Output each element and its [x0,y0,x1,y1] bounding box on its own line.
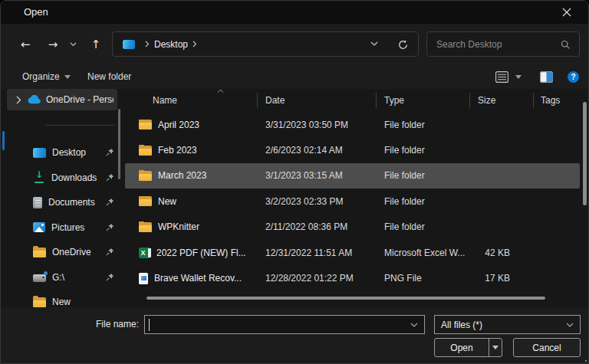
sidebar-item[interactable]: New [1,290,123,307]
vertical-scrollbar[interactable] [583,102,587,205]
organize-button[interactable]: Organize [22,66,71,87]
sidebar-item[interactable]: Desktop [1,140,123,166]
open-split-button: Open [434,338,502,357]
pin-icon[interactable] [105,248,114,257]
column-separator[interactable] [376,93,377,108]
file-row[interactable]: Feb 2023 2/6/2023 02:14 AM File folder [125,137,580,162]
preview-pane-button[interactable] [540,66,553,87]
file-name-input[interactable] [149,316,402,333]
sidebar-item[interactable]: OneDrive [1,240,123,265]
column-separator[interactable] [533,93,534,108]
open-dialog: Open ← → ↑ Desktop [0,0,589,364]
window-title: Open [24,1,48,24]
search-input[interactable] [435,34,558,54]
file-row[interactable]: March 2023 3/1/2023 03:15 AM File folder [125,163,580,189]
file-row[interactable]: 2022 PDF (NEW) Fl... 12/31/2022 11:51 AM… [125,240,580,265]
organize-label: Organize [22,71,60,82]
chevron-down-icon[interactable] [410,323,418,328]
pin-icon[interactable] [105,273,114,282]
sidebar-item-icon [33,148,46,158]
pin-icon[interactable] [105,148,114,157]
file-type: File folder [377,221,470,232]
close-button[interactable] [551,1,582,24]
column-separator[interactable] [469,93,470,108]
sidebar-divider [45,125,114,126]
file-name: Feb 2023 [158,145,197,156]
sidebar-items: Desktop Downloads Documents [1,140,123,307]
view-mode-dropdown[interactable] [515,66,522,87]
up-button[interactable]: ↑ [85,34,107,55]
file-type-icon [139,196,152,206]
file-type-icon [139,273,148,284]
sidebar-item-label: Desktop [52,147,86,158]
sidebar-item-icon [33,297,46,307]
file-type-icon [139,222,152,232]
sidebar-item[interactable]: Pictures [1,215,123,241]
file-type-value: All files (*) [441,320,482,330]
open-dropdown-button[interactable] [489,339,502,356]
sidebar-item[interactable]: G:\ [1,265,123,290]
address-dropdown-button[interactable] [370,41,378,47]
file-name-label: File name: [1,315,139,334]
back-button[interactable]: ← [15,34,36,55]
file-type-select[interactable]: All files (*) [434,315,581,334]
sidebar-item-label: G:\ [52,272,64,283]
breadcrumb-desktop[interactable]: Desktop [154,39,188,50]
breadcrumb-chevron-icon[interactable] [192,41,197,48]
file-row[interactable]: WPKnitter 2/11/2022 08:36 PM File folder [125,215,580,240]
file-name-box [144,315,425,334]
file-row[interactable]: New 3/2/2023 02:33 PM File folder [125,189,580,214]
file-date: 2/6/2023 02:14 AM [258,145,377,156]
new-folder-button[interactable]: New folder [87,66,131,87]
sidebar-item-label: OneDrive [52,247,91,257]
file-date: 3/31/2023 03:50 PM [258,120,377,130]
column-header-date[interactable]: Date [258,95,377,106]
file-date: 12/31/2022 11:51 AM [258,248,377,258]
up-icon: ↑ [91,38,101,51]
horizontal-scrollbar[interactable] [146,297,545,300]
sidebar-item[interactable]: Documents [1,190,123,215]
view-mode-button[interactable] [495,66,508,87]
file-row[interactable]: Brave Wallet Recov... 12/28/2022 01:22 P… [125,265,580,290]
forward-button[interactable]: → [42,34,64,55]
refresh-icon [397,39,409,51]
file-type-icon [139,146,152,156]
sidebar-item-icon [33,274,46,282]
file-date: 3/2/2023 02:33 PM [258,196,377,207]
file-name: WPKnitter [158,221,199,232]
pin-icon[interactable] [105,223,114,232]
file-type: PNG File [377,273,470,284]
column-header-size[interactable]: Size [470,95,533,106]
pin-icon[interactable] [105,173,114,182]
file-size: 17 KB [470,273,533,284]
recent-locations-button[interactable] [65,34,81,55]
column-header-name[interactable]: Name [125,95,258,106]
sort-ascending-icon [217,89,224,93]
file-date: 2/11/2022 08:36 PM [258,221,377,232]
expand-chevron-icon[interactable] [16,96,21,104]
pin-icon[interactable] [105,198,114,207]
column-separator[interactable] [257,93,258,108]
open-button[interactable]: Open [435,343,489,353]
file-row[interactable]: April 2023 3/31/2023 03:50 PM File folde… [125,112,580,137]
resize-grip[interactable] [585,360,587,362]
sidebar-item-label: Downloads [51,172,97,183]
cancel-button[interactable]: Cancel [513,338,581,357]
address-bar[interactable]: Desktop [112,31,419,57]
chevron-down-icon [70,42,77,47]
file-size: 42 KB [470,248,533,258]
column-header-tags[interactable]: Tags [533,95,589,106]
sidebar-item-onedrive-personal[interactable]: OneDrive - Perso [7,89,117,110]
new-folder-label: New folder [87,71,131,82]
details-view-icon [495,71,508,83]
column-header-type[interactable]: Type [377,95,470,106]
file-name: March 2023 [158,170,206,181]
refresh-button[interactable] [397,39,409,51]
sidebar-item[interactable]: Downloads [1,166,123,191]
onedrive-cloud-icon [28,95,41,104]
file-name: New [158,196,176,207]
file-type: File folder [377,196,470,207]
help-button[interactable] [568,71,579,83]
file-type-icon [139,248,150,258]
close-icon [562,8,571,17]
